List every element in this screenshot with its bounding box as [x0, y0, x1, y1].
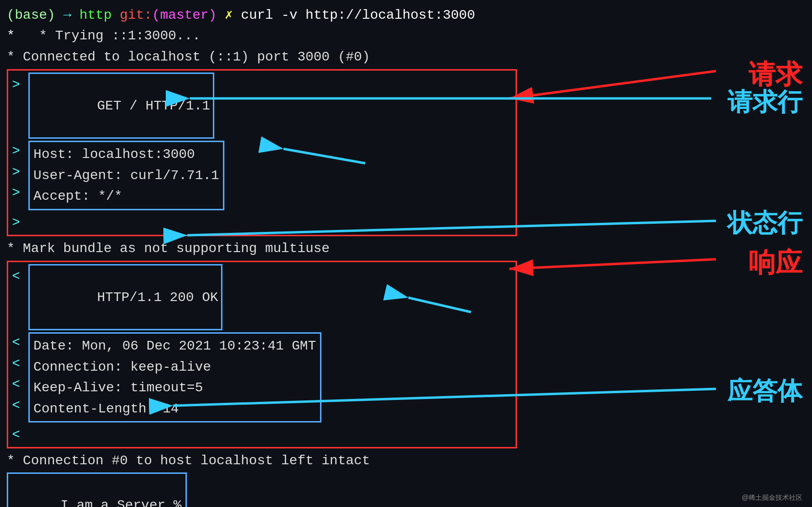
- lt1: <: [12, 266, 28, 287]
- request-line-text: GET / HTTP/1.1: [97, 98, 210, 113]
- gt-empty: >: [12, 212, 20, 233]
- request-line-box: GET / HTTP/1.1: [28, 72, 215, 139]
- prompt-git-label: git:: [120, 5, 152, 25]
- connection-close-text: * Connection #0 to host localhost left i…: [7, 450, 370, 471]
- prompt-space1: [111, 5, 120, 25]
- gt3: >: [12, 162, 28, 182]
- lt2-line: <: [12, 332, 28, 353]
- response-label: 响应: [749, 245, 802, 281]
- prompt-http: http: [79, 5, 111, 25]
- terminal-window: (base) → http git: (master) ✗ curl -v ht…: [0, 0, 524, 507]
- mark-bundle-text: * Mark bundle as not supporting multiuse: [7, 238, 330, 259]
- request-line-label: 请求行: [727, 85, 802, 119]
- response-headers-row: < < < < Date: Mon, 06 Dec 2021 10:23:41 …: [12, 330, 512, 424]
- lt5-line: <: [12, 395, 28, 416]
- lt-empty-line: <: [12, 424, 512, 445]
- prompt-x: ✗: [225, 5, 233, 25]
- headers-row: > > > Host: localhost:3000 User-Agent: c…: [12, 139, 512, 212]
- connected-text: * Connected to localhost (::1) port 3000…: [7, 47, 370, 67]
- prompt-space3: [233, 5, 241, 25]
- response-body-label: 应答体: [727, 374, 802, 408]
- response-block: < HTTP/1.1 200 OK < < < < Date: Mon, 06 …: [7, 261, 517, 448]
- body-text: I am a Server %: [61, 498, 182, 507]
- gt2-line: >: [12, 141, 28, 161]
- gt2: >: [12, 141, 28, 161]
- prompt-space2: [217, 5, 225, 25]
- curl-command: curl -v http://localhost:3000: [241, 5, 475, 25]
- lt4: <: [12, 374, 28, 395]
- lt3-line: <: [12, 353, 28, 374]
- request-block: > GET / HTTP/1.1 > > > Host: localhost:3…: [7, 69, 517, 236]
- status-line-text: HTTP/1.1 200 OK: [97, 290, 218, 305]
- prompt-base: (base): [7, 5, 55, 25]
- header-host: Host: localhost:3000: [34, 144, 219, 165]
- header-ua: User-Agent: curl/7.71.1: [34, 165, 219, 186]
- star1: *: [7, 25, 39, 46]
- mark-bundle-line: * Mark bundle as not supporting multiuse: [7, 238, 517, 259]
- lt4-line: <: [12, 374, 28, 395]
- status-line-row: < HTTP/1.1 200 OK: [12, 264, 512, 330]
- gt3-line: >: [12, 162, 28, 182]
- body-line: I am a Server %: [7, 471, 517, 507]
- connection-close-line: * Connection #0 to host localhost left i…: [7, 450, 517, 471]
- resp-header-date: Date: Mon, 06 Dec 2021 10:23:41 GMT: [34, 336, 316, 356]
- prompt-line: (base) → http git: (master) ✗ curl -v ht…: [7, 5, 517, 25]
- trying-line: * * Trying ::1:3000...: [7, 25, 517, 46]
- connected-line: * Connected to localhost (::1) port 3000…: [7, 47, 517, 67]
- resp-header-ka: Keep-Alive: timeout=5: [34, 377, 316, 398]
- lt-empty: <: [12, 424, 20, 445]
- status-line-label: 状态行: [727, 206, 802, 240]
- lt-column: < < < <: [12, 330, 28, 416]
- resp-header-cl: Content-Length: 14: [34, 398, 316, 419]
- lt2: <: [12, 332, 28, 353]
- gt-empty-line: >: [12, 212, 512, 233]
- header-accept: Accept: */*: [34, 186, 219, 206]
- resp-header-conn: Connection: keep-alive: [34, 357, 316, 377]
- gt1: >: [12, 74, 28, 95]
- body-box: I am a Server %: [7, 472, 187, 507]
- request-line-row: > GET / HTTP/1.1: [12, 72, 512, 139]
- prompt-arrow: →: [55, 5, 79, 25]
- prompt-branch: (master): [152, 5, 217, 25]
- gt-column: > > >: [12, 139, 28, 203]
- lt5: <: [12, 395, 28, 416]
- watermark: @稀土掘金技术社区: [742, 494, 802, 502]
- request-headers-box: Host: localhost:3000 User-Agent: curl/7.…: [28, 141, 224, 210]
- trying-text: * Trying ::1:3000...: [39, 25, 200, 46]
- status-line-box: HTTP/1.1 200 OK: [28, 264, 222, 330]
- gt4: >: [12, 182, 28, 203]
- lt3: <: [12, 353, 28, 374]
- response-headers-box: Date: Mon, 06 Dec 2021 10:23:41 GMT Conn…: [28, 332, 321, 422]
- annotations-panel: 请求 请求行 请求头 状态行 响应 响应头 应答体: [524, 0, 812, 507]
- gt4-line: >: [12, 182, 28, 203]
